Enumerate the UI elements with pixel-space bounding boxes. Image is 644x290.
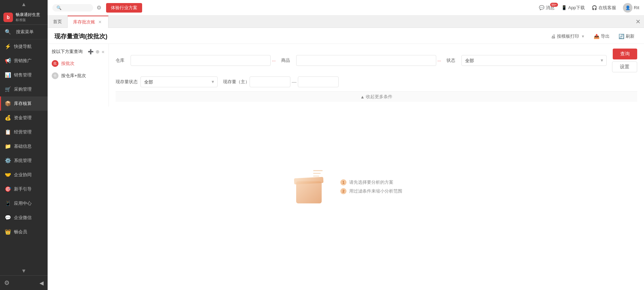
scheme-settings-icon[interactable]: ⊕ bbox=[96, 49, 100, 54]
empty-step-1: 1 请先选择要分析的方案 bbox=[340, 179, 402, 185]
topbar-gear-icon[interactable]: ⚙ bbox=[97, 4, 101, 11]
export-button[interactable]: 📤 导出 bbox=[591, 32, 612, 41]
product-more-icon[interactable]: ··· bbox=[438, 58, 441, 63]
online-service-button[interactable]: 🎧 在线客服 bbox=[592, 5, 616, 11]
sidebar-item-sales[interactable]: 📊 销售管理 bbox=[0, 68, 48, 82]
print-label: 按模板打印 bbox=[557, 33, 579, 39]
collapse-scheme-icon[interactable]: « bbox=[102, 49, 104, 54]
warehouse-input[interactable] bbox=[131, 55, 271, 66]
guide-icon: 🎯 bbox=[4, 186, 11, 193]
shortcut-icon: ⚡ bbox=[4, 43, 11, 50]
tab-close-icon[interactable]: ✕ bbox=[97, 19, 103, 25]
sidebar-item-operation[interactable]: 📋 经营管理 bbox=[0, 125, 48, 139]
message-button[interactable]: 💬 消息 99+ bbox=[539, 5, 555, 11]
message-badge: 99+ bbox=[550, 3, 558, 7]
sidebar-item-finance[interactable]: 💰 资金管理 bbox=[0, 111, 48, 125]
sidebar-item-marketing[interactable]: 📢 营销推广 bbox=[0, 54, 48, 68]
sidebar-item-inventory-label: 库存核算 bbox=[14, 101, 32, 107]
filter-row-1: 仓库 ··· 商品 ··· 状态 bbox=[116, 49, 637, 72]
sidebar-item-member[interactable]: 👑 畅会员 bbox=[0, 225, 48, 239]
sidebar-scroll-down[interactable]: ▼ bbox=[0, 267, 48, 275]
app-center-icon: 📱 bbox=[4, 200, 11, 207]
sidebar-search[interactable]: 🔍 搜索菜单 bbox=[0, 25, 48, 39]
empty-step-2: 2 用过滤条件来缩小分析范围 bbox=[340, 188, 402, 194]
warehouse-label: 仓库 bbox=[116, 57, 128, 64]
user-profile-button[interactable]: 👤 Rit bbox=[623, 3, 639, 13]
sidebar-scroll-up[interactable]: ▲ bbox=[0, 0, 48, 9]
app-title: 畅康通好生意 bbox=[16, 12, 40, 18]
basic-icon: 📁 bbox=[4, 143, 11, 150]
current-stock-max-input[interactable] bbox=[298, 76, 339, 87]
step-2-text: 用过滤条件来缩小分析范围 bbox=[349, 188, 402, 194]
collapse-sidebar-icon[interactable]: ◀ bbox=[39, 280, 44, 286]
print-icon: 🖨 bbox=[551, 34, 556, 39]
sidebar-item-basic[interactable]: 📁 基础信息 bbox=[0, 139, 48, 153]
sidebar-item-guide[interactable]: 🎯 新手引导 bbox=[0, 182, 48, 196]
page-content: 现存量查询(按批次) 🖨 按模板打印 ▼ 📤 导出 🔄 刷新 bbox=[48, 28, 644, 290]
filter-panel: 按以下方案查询 ➕ ⊕ « 批 按批次 仓 按仓库+批次 bbox=[48, 44, 644, 107]
sidebar-item-purchase[interactable]: 🛒 采购管理 bbox=[0, 82, 48, 96]
industry-solution-button[interactable]: 体验行业方案 bbox=[106, 3, 142, 13]
step-1-text: 请先选择要分析的方案 bbox=[349, 179, 393, 185]
filter-row-2: 现存量状态 全部 有库存 无库存 ▼ 现存量（主） bbox=[116, 76, 637, 87]
main-area: 🔍 ⚙ 体验行业方案 💬 消息 99+ 📱 App下载 🎧 在线客服 👤 Rit bbox=[48, 0, 644, 290]
topbar-search-box[interactable]: 🔍 bbox=[52, 4, 93, 12]
tab-home[interactable]: 首页 bbox=[48, 16, 68, 28]
scheme-by-batch-icon: 批 bbox=[52, 60, 58, 67]
sidebar-search-label: 搜索菜单 bbox=[16, 29, 34, 35]
purchase-icon: 🛒 bbox=[4, 86, 11, 93]
app-download-button[interactable]: 📱 App下载 bbox=[561, 5, 585, 11]
filter-product-group: 商品 ··· bbox=[281, 55, 441, 66]
sidebar-item-wechat-label: 企业微信 bbox=[14, 215, 32, 221]
sidebar-item-shortcut-label: 快捷导航 bbox=[14, 43, 32, 50]
settings-button[interactable]: 设置 bbox=[612, 61, 637, 72]
scheme-header-icons: ➕ ⊕ « bbox=[88, 49, 104, 54]
export-label: 导出 bbox=[601, 33, 610, 39]
box-body bbox=[296, 181, 322, 203]
topbar-right: 💬 消息 99+ 📱 App下载 🎧 在线客服 👤 Rit bbox=[539, 3, 639, 13]
status-label: 状态 bbox=[446, 57, 459, 64]
step-2-number: 2 bbox=[340, 188, 346, 194]
print-dropdown-icon[interactable]: ▼ bbox=[581, 34, 585, 38]
collapse-filter-button[interactable]: ▲ 收起更多条件 bbox=[116, 91, 637, 102]
status-select[interactable]: 全部 正常 锁定 bbox=[461, 55, 607, 66]
sidebar-item-inventory[interactable]: 📦 库存核算 bbox=[0, 96, 48, 111]
sidebar-item-system[interactable]: ⚙️ 系统管理 bbox=[0, 153, 48, 168]
sidebar-header: b 畅康通好生意 标准版 bbox=[0, 9, 48, 25]
filter-fields: 仓库 ··· 商品 ··· 状态 bbox=[109, 44, 644, 107]
sidebar-item-enterprise[interactable]: 🤝 企业协同 bbox=[0, 168, 48, 182]
inventory-status-select[interactable]: 全部 有库存 无库存 bbox=[140, 76, 218, 87]
filter-scheme-title: 按以下方案查询 bbox=[52, 49, 83, 55]
product-label: 商品 bbox=[281, 57, 293, 64]
tab-inventory-batch[interactable]: 库存批次账 ✕ bbox=[68, 16, 108, 28]
box-line-3 bbox=[313, 176, 319, 177]
topbar-search-icon: 🔍 bbox=[56, 5, 62, 10]
current-stock-min-input[interactable] bbox=[250, 76, 290, 87]
topbar-left: 🔍 ⚙ 体验行业方案 bbox=[52, 3, 142, 13]
step-1-number: 1 bbox=[340, 179, 346, 185]
scheme-by-batch[interactable]: 批 按批次 bbox=[48, 57, 108, 70]
inventory-icon: 📦 bbox=[4, 100, 11, 107]
search-icon: 🔍 bbox=[4, 29, 11, 35]
scheme-by-warehouse-batch[interactable]: 仓 按仓库+批次 bbox=[48, 70, 108, 82]
sidebar-footer: ⚙ ◀ bbox=[0, 275, 48, 290]
refresh-button[interactable]: 🔄 刷新 bbox=[616, 32, 637, 41]
user-name: Rit bbox=[634, 5, 639, 10]
sidebar-item-member-label: 畅会员 bbox=[14, 229, 27, 235]
print-template-button[interactable]: 🖨 按模板打印 ▼ bbox=[548, 32, 588, 41]
sidebar-item-operation-label: 经营管理 bbox=[14, 129, 32, 135]
sidebar-item-wechat[interactable]: 💬 企业微信 bbox=[0, 211, 48, 225]
filter-scheme-panel: 按以下方案查询 ➕ ⊕ « 批 按批次 仓 按仓库+批次 bbox=[48, 44, 109, 107]
filter-inventory-status-group: 现存量状态 全部 有库存 无库存 ▼ bbox=[116, 76, 218, 87]
query-button[interactable]: 查询 bbox=[613, 49, 637, 59]
product-input[interactable] bbox=[296, 55, 436, 66]
warehouse-more-icon[interactable]: ··· bbox=[272, 58, 276, 63]
empty-content: 1 请先选择要分析的方案 2 用过滤条件来缩小分析范围 bbox=[289, 166, 402, 210]
settings-footer-icon[interactable]: ⚙ bbox=[4, 279, 10, 287]
add-scheme-icon[interactable]: ➕ bbox=[88, 49, 94, 54]
tab-bar-close-button[interactable]: ✕ bbox=[635, 18, 644, 25]
filter-scheme-header: 按以下方案查询 ➕ ⊕ « bbox=[48, 47, 108, 57]
empty-state: 1 请先选择要分析的方案 2 用过滤条件来缩小分析范围 bbox=[48, 107, 644, 290]
sidebar-item-shortcut[interactable]: ⚡ 快捷导航 bbox=[0, 39, 48, 54]
sidebar-item-app[interactable]: 📱 应用中心 bbox=[0, 196, 48, 211]
